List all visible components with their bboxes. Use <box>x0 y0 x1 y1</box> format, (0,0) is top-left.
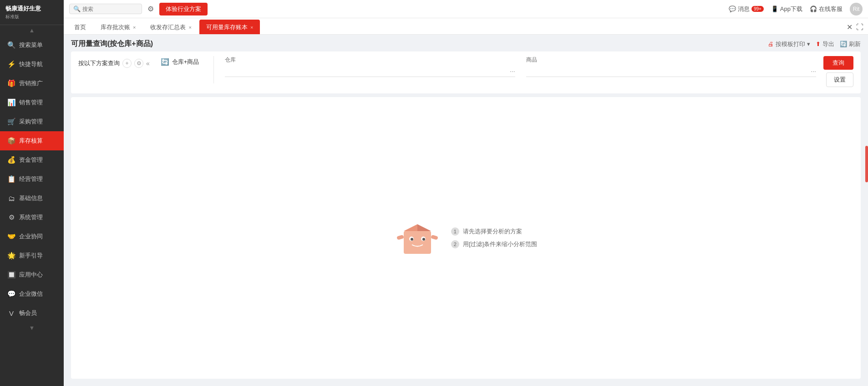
sidebar-item-shortcut[interactable]: ⚡ 快捷导航 <box>0 55 64 74</box>
product-dots-icon[interactable]: ··· <box>811 67 816 75</box>
page-title: 可用量查询(按仓库+商品) <box>71 39 153 49</box>
scheme-list: 🔄 仓库+商品 <box>157 56 203 68</box>
sidebar-label-system: 系统管理 <box>19 213 43 221</box>
product-input[interactable] <box>526 68 808 75</box>
svg-marker-1 <box>404 224 417 231</box>
tabs-bar: 首页库存批次账×收发存汇总表×可用量库存账本× ✕ ⛶ <box>64 18 868 35</box>
avatar[interactable]: Rit <box>850 3 863 15</box>
sidebar-icon-search: 🔍 <box>7 41 15 49</box>
sidebar-item-apps[interactable]: 🔲 应用中心 <box>0 265 64 284</box>
sidebar-icon-sales: 📊 <box>7 98 15 107</box>
trial-btn[interactable]: 体验行业方案 <box>159 3 208 15</box>
sidebar-label-basics: 基础信息 <box>19 194 43 202</box>
sidebar-label-apps: 应用中心 <box>19 271 43 279</box>
sidebar-item-member[interactable]: V 畅会员 <box>0 304 64 323</box>
print-label: 按模板打印 <box>776 40 805 48</box>
scheme-item-icon: 🔄 <box>161 58 169 66</box>
sidebar-item-sales[interactable]: 📊 销售管理 <box>0 93 64 112</box>
sidebar: 畅康通好生意 标准版 ▲ 🔍 搜索菜单 ⚡ 快捷导航 🎁 营销推广 📊 销售管理… <box>0 0 64 386</box>
sidebar-icon-inventory: 📦 <box>7 137 15 145</box>
warehouse-input[interactable] <box>225 68 507 75</box>
refresh-btn[interactable]: 🔄 刷新 <box>840 40 861 48</box>
product-label: 商品 <box>526 56 816 64</box>
scheme-item-label: 仓库+商品 <box>172 58 199 66</box>
message-btn[interactable]: 💬 消息 99+ <box>729 5 764 13</box>
collapse-scheme-btn[interactable]: « <box>146 60 150 67</box>
svg-point-5 <box>411 238 413 241</box>
scroll-up-btn[interactable]: ▲ <box>0 25 64 36</box>
print-btn[interactable]: 🖨 按模板打印 ▾ <box>768 40 810 48</box>
online-service-btn[interactable]: 🎧 在线客服 <box>810 5 843 13</box>
sidebar-item-wechat[interactable]: 💬 企业微信 <box>0 284 64 304</box>
sidebar-label-member: 畅会员 <box>19 309 37 317</box>
scheme-label-text: 按以下方案查询 <box>78 59 120 67</box>
sidebar-icon-shortcut: ⚡ <box>7 60 15 68</box>
topbar-right: 💬 消息 99+ 📱 App下载 🎧 在线客服 Rit <box>729 3 863 15</box>
tab-recv-summary[interactable]: 收发存汇总表× <box>143 20 198 34</box>
warehouse-field: 仓库 ··· <box>225 56 515 77</box>
scheme-settings-btn[interactable]: ⚙ <box>134 59 143 68</box>
query-divider <box>213 56 214 83</box>
tip-text-2: 用[过滤]条件来缩小分析范围 <box>463 240 537 248</box>
sidebar-item-inventory[interactable]: 📦 库存核算 <box>0 131 64 150</box>
sidebar-item-enterprise[interactable]: 🤝 企业协同 <box>0 227 64 246</box>
gear-icon[interactable]: ⚙ <box>146 3 156 15</box>
sidebar-icon-guide: 🌟 <box>7 252 15 260</box>
sidebar-item-marketing[interactable]: 🎁 营销推广 <box>0 74 64 93</box>
sidebar-label-inventory: 库存核算 <box>19 137 43 145</box>
search-input[interactable] <box>82 6 128 12</box>
svg-rect-7 <box>396 235 404 240</box>
sidebar-icon-member: V <box>7 309 15 317</box>
sidebar-item-system[interactable]: ⚙ 系统管理 <box>0 208 64 227</box>
empty-state-content: 1 请先选择要分析的方案 2 用[过滤]条件来缩小分析范围 <box>395 215 537 261</box>
sidebar-item-search[interactable]: 🔍 搜索菜单 <box>0 36 64 55</box>
sidebar-item-guide[interactable]: 🌟 新手引导 <box>0 246 64 265</box>
sidebar-label-enterprise: 企业协同 <box>19 232 43 241</box>
sidebar-item-basics[interactable]: 🗂 基础信息 <box>0 189 64 208</box>
query-scheme-label: 按以下方案查询 + ⚙ « <box>78 56 150 68</box>
tabs-actions: ✕ ⛶ <box>846 22 864 34</box>
svg-rect-0 <box>404 231 431 254</box>
tab-batch-ledger[interactable]: 库存批次账× <box>94 20 142 34</box>
sidebar-label-sales: 销售管理 <box>19 98 43 107</box>
tab-label-available-ledger: 可用量库存账本 <box>206 23 248 31</box>
query-btn[interactable]: 查询 <box>823 56 853 70</box>
tab-close-batch-ledger[interactable]: × <box>133 25 136 30</box>
tab-label-recv-summary: 收发存汇总表 <box>150 23 186 31</box>
tab-close-available-ledger[interactable]: × <box>250 25 253 30</box>
warehouse-dots-icon[interactable]: ··· <box>510 67 515 75</box>
empty-state: 1 请先选择要分析的方案 2 用[过滤]条件来缩小分析范围 <box>71 97 861 379</box>
scroll-down-btn[interactable]: ▼ <box>0 323 64 333</box>
empty-tip-2: 2 用[过滤]条件来缩小分析范围 <box>451 240 537 248</box>
main-area: 🔍 ⚙ 体验行业方案 💬 消息 99+ 📱 App下载 🎧 在线客服 Rit <box>64 0 868 386</box>
sidebar-icon-wechat: 💬 <box>7 290 15 298</box>
topbar-search-box[interactable]: 🔍 <box>69 4 142 14</box>
topbar: 🔍 ⚙ 体验行业方案 💬 消息 99+ 📱 App下载 🎧 在线客服 Rit <box>64 0 868 18</box>
add-scheme-btn[interactable]: + <box>122 59 132 68</box>
sidebar-item-finance[interactable]: 💰 资金管理 <box>0 150 64 170</box>
page-header: 可用量查询(按仓库+商品) 🖨 按模板打印 ▾ ⬆ 导出 🔄 刷新 <box>64 35 868 51</box>
app-download-btn[interactable]: 📱 App下载 <box>771 5 802 13</box>
close-tab-btn[interactable]: ✕ <box>846 22 853 32</box>
refresh-icon: 🔄 <box>840 41 847 47</box>
tab-available-ledger[interactable]: 可用量库存账本× <box>199 20 260 34</box>
tab-close-recv-summary[interactable]: × <box>188 25 191 30</box>
svg-marker-2 <box>417 224 431 231</box>
right-scrollbar[interactable] <box>865 146 868 182</box>
tab-home[interactable]: 首页 <box>67 20 93 34</box>
sidebar-icon-enterprise: 🤝 <box>7 232 15 241</box>
settings-btn[interactable]: 设置 <box>826 72 853 87</box>
sidebar-label-guide: 新手引导 <box>19 252 43 260</box>
svg-rect-8 <box>431 235 438 240</box>
maximize-tab-btn[interactable]: ⛶ <box>855 22 864 32</box>
sidebar-item-operations[interactable]: 📋 经营管理 <box>0 170 64 189</box>
sidebar-label-shortcut: 快捷导航 <box>19 60 43 68</box>
message-label: 消息 <box>738 5 750 13</box>
app-version: 标准版 <box>5 14 58 20</box>
export-btn[interactable]: ⬆ 导出 <box>816 40 834 48</box>
print-dropdown-icon[interactable]: ▾ <box>807 41 810 47</box>
scheme-item-warehouse-product[interactable]: 🔄 仓库+商品 <box>157 56 203 68</box>
sidebar-logo: 畅康通好生意 标准版 <box>0 0 64 25</box>
sidebar-item-purchase[interactable]: 🛒 采购管理 <box>0 112 64 131</box>
search-icon: 🔍 <box>73 5 81 12</box>
